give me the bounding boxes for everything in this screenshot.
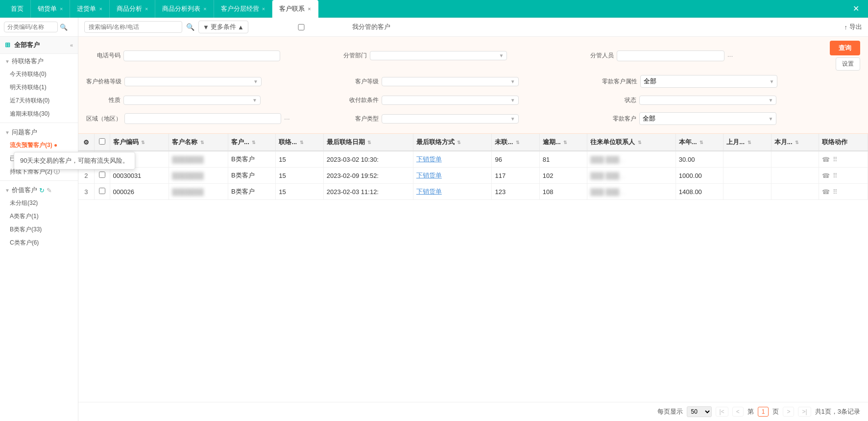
col-header-last-date[interactable]: 最后联络日期 ⇅ [323,134,413,151]
more-options-icon[interactable]: ··· [284,115,290,123]
last-method-link[interactable]: 下销货单 [416,188,442,195]
sidebar-item-c-class[interactable]: C类客户(6) [0,236,78,249]
col-header-overdue[interactable]: 逾期... ⇅ [539,134,587,151]
more-actions-icon[interactable]: ⠿ [833,172,838,179]
col-header-contact-person[interactable]: 往来单位联系人 ⇅ [587,134,676,151]
sidebar-item-overdue-contact[interactable]: 逾期未联络(30) [0,107,78,121]
cell-last-month [723,151,771,168]
more-actions-icon[interactable]: ⠿ [833,156,838,163]
chevron-down-icon: ▼ [510,79,515,84]
zero-attr-select[interactable]: 全部 ▼ [640,75,777,88]
window-close-button[interactable]: ✕ [848,4,864,13]
query-button[interactable]: 查询 [830,41,860,55]
cell-code: 000026 [110,184,169,200]
tab-home[interactable]: 首页 [4,0,31,18]
select-all-checkbox[interactable] [99,138,105,145]
cell-last-method: 下销货单 [413,168,492,184]
close-icon[interactable]: × [99,6,102,12]
person-input[interactable] [617,50,724,61]
zero-customer-select[interactable]: 全部 ▼ [639,112,776,125]
refresh-icon[interactable]: ↻ [39,187,45,194]
close-icon[interactable]: × [145,6,148,12]
search-button[interactable]: 🔍 [186,23,194,31]
sidebar-group-value-customers[interactable]: ▼ 价值客户 ↻ ✎ [0,183,78,197]
gender-select[interactable]: ▼ [123,96,261,105]
my-customers-checkbox[interactable] [252,24,350,30]
contact-icon[interactable]: ☎ [822,188,830,196]
sidebar-item-a-class[interactable]: A类客户(1) [0,210,78,223]
tab-customer-contact[interactable]: 客户联系 × [272,0,318,18]
prev-page-button[interactable]: < [732,407,744,417]
col-header-this-month[interactable]: 本月... ⇅ [771,134,819,151]
sidebar-root[interactable]: ⊞ 全部客户 « [0,37,78,54]
col-header-name[interactable]: 客户名称 ⇅ [169,134,228,151]
col-header-last-method[interactable]: 最后联络方式 ⇅ [413,134,492,151]
payment-select[interactable]: ▼ [382,96,519,105]
sidebar-group-problem-customers[interactable]: ▼ 问题客户 [0,125,78,139]
close-icon[interactable]: × [203,6,206,12]
col-header-unlink-days[interactable]: 未联... ⇅ [492,134,539,151]
category-search-input[interactable] [4,22,58,32]
sort-icon: ⇅ [563,140,567,145]
row-checkbox[interactable] [99,172,105,178]
col-header-code[interactable]: 客户编码 ⇅ [110,134,169,151]
arrow-down-icon: ▼ [5,59,10,64]
sidebar-item-today-contact[interactable]: 今天待联络(0) [0,68,78,81]
sidebar-group-pending-contact[interactable]: ▼ 待联络客户 [0,54,78,68]
export-button[interactable]: ↑ 导出 [844,23,863,31]
col-header-this-year[interactable]: 本年... ⇅ [675,134,723,151]
customer-type-select[interactable]: ▼ [382,114,519,124]
last-page-button[interactable]: >| [798,407,811,417]
phone-input[interactable] [123,50,280,61]
dept-select[interactable]: ▼ [370,51,507,60]
more-actions-icon[interactable]: ⠿ [833,188,838,196]
tab-sales-order[interactable]: 销货单 × [31,0,70,18]
sidebar-item-ungrouped[interactable]: 未分组(32) [0,197,78,210]
tab-product-analysis-list[interactable]: 商品分析列表 × [155,0,214,18]
first-page-button[interactable]: |< [716,407,728,417]
last-method-link[interactable]: 下销货单 [416,155,442,163]
filter-cell-region: 区域（地区） ··· [86,111,344,126]
sidebar-item-b-class[interactable]: B类客户(33) [0,223,78,236]
col-header-type[interactable]: 客户... ⇅ [228,134,275,151]
close-icon[interactable]: × [60,6,63,12]
search-input[interactable] [84,21,182,33]
filter-cell-zero-customer: 零款客户 全部 ▼ [602,111,860,126]
more-options-icon[interactable]: ··· [727,52,733,60]
contact-icon[interactable]: ☎ [822,156,830,163]
chevron-down-icon: ▼ [499,53,504,58]
edit-icon[interactable]: ✎ [47,187,52,194]
region-input[interactable] [124,113,281,124]
tab-product-analysis[interactable]: 商品分析 × [110,0,155,18]
row-checkbox[interactable] [99,188,105,194]
close-icon[interactable]: × [262,6,265,12]
cell-unlink-days: 96 [492,151,539,168]
status-select[interactable]: ▼ [639,96,776,105]
filter-cell-phone: 电话号码 [86,48,333,64]
tooltip-popup: 90天未交易的客户，可能有流失风险。 [14,152,78,170]
chevron-up-icon: ▲ [238,24,244,31]
sidebar-item-churn-warning[interactable]: 流失预警客户(3) ● [0,139,78,152]
pagination-bar: 每页显示 50 100 200 |< < 第 1 页 > >| 共1页，3条记录 [78,402,868,421]
collapse-icon[interactable]: « [70,42,73,48]
cell-contact-count: 15 [276,168,323,184]
col-header-last-month[interactable]: 上月... ⇅ [723,134,771,151]
col-header-contact-count[interactable]: 联络... ⇅ [276,134,323,151]
settings-button[interactable]: 设置 [836,57,860,71]
table-settings-icon[interactable]: ⚙ [78,134,94,151]
my-customers-checkbox-label[interactable]: 我分管的客户 [252,23,390,31]
tab-customer-segmentation[interactable]: 客户分层经营 × [214,0,272,18]
price-level-select[interactable]: ▼ [124,77,262,86]
customer-level-select[interactable]: ▼ [382,77,519,86]
cell-this-year: 30.00 [675,151,723,168]
tab-purchase-order[interactable]: 进货单 × [70,0,109,18]
sidebar-item-7day-contact[interactable]: 近7天待联络(0) [0,94,78,107]
close-icon[interactable]: × [308,6,311,12]
cell-type: B类客户 [228,184,275,200]
next-page-button[interactable]: > [783,407,794,417]
more-conditions-button[interactable]: ▼ 更多条件 ▲ [198,21,248,33]
contact-icon[interactable]: ☎ [822,172,830,179]
last-method-link[interactable]: 下销货单 [416,172,442,179]
sidebar-item-tomorrow-contact[interactable]: 明天待联络(1) [0,81,78,94]
per-page-select[interactable]: 50 100 200 [687,406,712,417]
